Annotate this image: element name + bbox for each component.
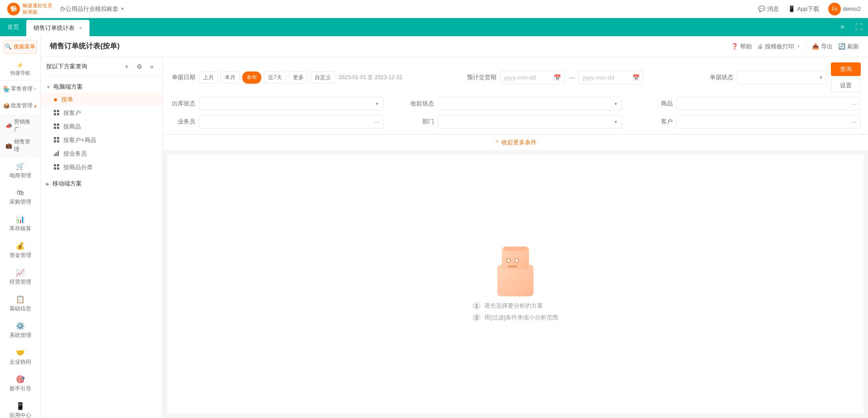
- date-custom-btn[interactable]: 自定义: [311, 71, 335, 84]
- date-more-btn[interactable]: 更多: [289, 71, 308, 84]
- date-this-year-btn[interactable]: 本年: [242, 71, 261, 84]
- message-button[interactable]: 💬 消息: [758, 5, 779, 13]
- collapse-label: 收起更多条件: [501, 138, 537, 147]
- svg-rect-18: [54, 167, 56, 170]
- retail-icon: 🏪: [3, 86, 10, 92]
- scheme-item-by-customer[interactable]: 按客户: [41, 106, 162, 120]
- sidebar-item-purchase[interactable]: 🛍 采购管理: [0, 184, 40, 210]
- sidebar-item-marketing[interactable]: 📣 营销推广: [4, 116, 37, 136]
- sidebar-item-sales[interactable]: 💼 销售管理: [4, 136, 37, 156]
- print-arrow-icon: ▼: [796, 44, 801, 49]
- scheme-item-by-salesman[interactable]: 按业务员: [41, 147, 162, 161]
- scheme-category-icon: [53, 164, 60, 171]
- date-prev-month-btn[interactable]: 上月: [199, 71, 218, 84]
- logo-icon: 畅: [7, 3, 20, 15]
- tab-close-icon[interactable]: ×: [79, 25, 82, 31]
- sidebar-item-wholesale[interactable]: 📦 批发管理 ▲: [0, 97, 40, 114]
- filter-row-3: 业务员 ··· 部门 ▼ 客户 ···: [170, 115, 861, 128]
- expected-date-end-placeholder: yyyy-mm-dd: [582, 74, 614, 81]
- tab-close-all-button[interactable]: ×: [835, 23, 850, 31]
- tab-sales-order[interactable]: 销售订单统计表 ×: [26, 20, 90, 36]
- logo-text: 畅捷通好生意 标准版: [23, 3, 52, 14]
- sidebar-item-retail-label: 零售管理: [11, 85, 33, 93]
- scheme-panel: 按以下方案查询 + ⚙ «: [41, 57, 163, 418]
- sidebar-item-finance[interactable]: 💰 资金管理: [0, 237, 40, 264]
- scheme-group-mobile-header[interactable]: ▶ 移动端方案: [41, 178, 162, 190]
- scheme-group-desktop-header[interactable]: ▼ 电脑端方案: [41, 81, 162, 93]
- expected-date-start-input[interactable]: yyyy-mm-dd 📅: [500, 71, 565, 84]
- search-icon: 🔍: [5, 43, 12, 50]
- query-button[interactable]: 查询: [831, 62, 861, 76]
- salesman-ellipsis[interactable]: ···: [374, 119, 379, 125]
- sidebar-item-system[interactable]: ⚙️ 系统管理: [0, 317, 40, 344]
- svg-rect-8: [54, 137, 56, 139]
- sidebar-item-basic[interactable]: 📋 基础信息: [0, 290, 40, 317]
- delivery-status-select[interactable]: ▼: [199, 97, 383, 110]
- svg-rect-14: [57, 152, 57, 156]
- refresh-button[interactable]: 🔄 刷新: [838, 43, 859, 51]
- export-button[interactable]: 📤 导出: [812, 43, 833, 51]
- status-dropdown-icon: ▼: [819, 75, 823, 80]
- user-area[interactable]: Ea demo2: [828, 3, 861, 15]
- avatar-initials: Ea: [832, 6, 837, 11]
- filter-row-2: 出库状态 ▼ 收款状态 ▼ 商品: [170, 97, 861, 110]
- tab-fullscreen-button[interactable]: ⛶: [850, 23, 868, 31]
- sidebar-item-enterprise[interactable]: 🤝 企业协同: [0, 344, 40, 370]
- chevron-icon2: ▲: [33, 104, 38, 108]
- scheme-collapse-button[interactable]: «: [147, 62, 157, 71]
- collapse-filters-button[interactable]: ⌃ 收起更多条件: [163, 134, 868, 150]
- sidebar-item-retail[interactable]: 🏪 零售管理 ▼: [0, 81, 40, 97]
- tip-1-text: 请先选择要分析的方案: [484, 302, 543, 310]
- message-icon: 💬: [758, 5, 765, 12]
- scheme-item-by-category[interactable]: 按商品分类: [41, 161, 162, 174]
- chevron-down-icon: ▼: [120, 6, 125, 11]
- empty-tips: 1 请先选择要分析的方案 2 用[过滤]条件来缩小分析范围: [472, 302, 558, 322]
- sidebar-item-operation[interactable]: 📈 经营管理: [0, 264, 40, 290]
- sidebar-item-newbie[interactable]: 🎯 新手引导: [0, 370, 40, 397]
- tab-home[interactable]: 首页: [0, 18, 26, 36]
- date-last-7-days-btn[interactable]: 近7天: [264, 71, 286, 84]
- department-select[interactable]: ▼: [438, 115, 622, 128]
- refresh-icon: 🔄: [838, 43, 845, 50]
- scheme-item-by-goods[interactable]: 按商品: [41, 120, 162, 133]
- salesman-input[interactable]: ···: [199, 115, 383, 128]
- goods-input[interactable]: ···: [676, 97, 861, 110]
- settings-label: 设置: [840, 82, 852, 89]
- date-label: 单据日期: [170, 73, 195, 81]
- scheme-cg-icon: [53, 137, 60, 144]
- app-download-button[interactable]: 📱 App下载: [788, 5, 819, 13]
- tip-1-num: 1: [472, 302, 481, 310]
- print-button[interactable]: 🖨 按模板打印 ▼: [757, 43, 807, 51]
- scheme-add-button[interactable]: +: [122, 62, 132, 71]
- scheme-item-by-order-label: 按单: [61, 95, 73, 104]
- scheme-list: ▼ 电脑端方案 ● 按单 按客户: [41, 76, 162, 195]
- sidebar-item-quicknav[interactable]: ⚡ 快捷导航: [0, 57, 40, 81]
- search-menu-button[interactable]: 🔍 搜索菜单: [4, 40, 37, 54]
- status-select[interactable]: ▼: [737, 71, 827, 84]
- scheme-settings-button[interactable]: ⚙: [134, 62, 144, 71]
- sidebar-item-ecommerce[interactable]: 🛒 电商管理: [0, 157, 40, 184]
- basic-icon: 📋: [16, 295, 25, 304]
- sidebar-item-apps[interactable]: 📱 应用中心: [0, 397, 40, 418]
- scheme-item-by-order[interactable]: ● 按单: [41, 93, 162, 106]
- customer-input[interactable]: ···: [676, 115, 861, 128]
- date-this-month-btn[interactable]: 本月: [221, 71, 240, 84]
- scheme-item-by-customer-goods[interactable]: 按客户+商品: [41, 133, 162, 147]
- goods-ellipsis[interactable]: ···: [852, 100, 857, 107]
- filter-results-area: 单据日期 上月 本月 本年 近7天 更多 自定义 2023-01-01 至 20…: [163, 57, 868, 418]
- sidebar-item-apps-label: 应用中心: [9, 412, 31, 418]
- help-button[interactable]: ❓ 帮助: [731, 43, 752, 51]
- expected-date-end-input[interactable]: yyyy-mm-dd 📅: [578, 71, 643, 84]
- tabbar-actions: × ⛶: [835, 23, 868, 31]
- svg-rect-16: [54, 164, 56, 166]
- goods-label: 商品: [647, 100, 673, 108]
- app-selector[interactable]: 办公用品行业模拟账套 ▼: [56, 3, 128, 15]
- settings-button[interactable]: 设置: [831, 79, 861, 92]
- sidebar-item-inventory[interactable]: 📊 库存核算: [0, 210, 40, 237]
- payment-status-select[interactable]: ▼: [438, 97, 622, 110]
- avatar: Ea: [828, 3, 841, 15]
- scheme-group-mobile: ▶ 移动端方案: [41, 176, 162, 191]
- scheme-goods-icon: [53, 123, 60, 131]
- customer-ellipsis[interactable]: ···: [852, 119, 857, 125]
- collapse-icon: «: [150, 63, 154, 70]
